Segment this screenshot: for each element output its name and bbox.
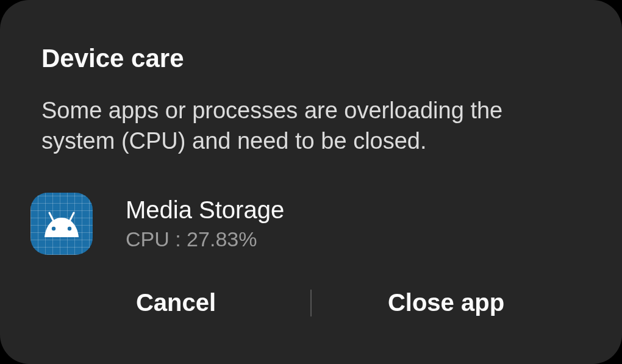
app-name: Media Storage [126, 196, 284, 224]
svg-line-2 [49, 213, 53, 220]
app-row: Media Storage CPU : 27.83% [41, 193, 581, 255]
app-cpu-usage: CPU : 27.83% [126, 227, 284, 251]
svg-point-0 [52, 227, 55, 230]
dialog-message: Some apps or processes are overloading t… [41, 95, 581, 156]
device-care-dialog: Device care Some apps or processes are o… [0, 0, 622, 364]
android-head-icon [30, 193, 93, 255]
svg-line-3 [70, 213, 74, 220]
app-info: Media Storage CPU : 27.83% [126, 196, 284, 251]
svg-point-1 [68, 227, 71, 230]
dialog-title: Device care [41, 44, 581, 73]
close-app-button[interactable]: Close app [312, 279, 581, 326]
dialog-actions: Cancel Close app [41, 255, 581, 364]
cancel-button[interactable]: Cancel [41, 279, 310, 326]
